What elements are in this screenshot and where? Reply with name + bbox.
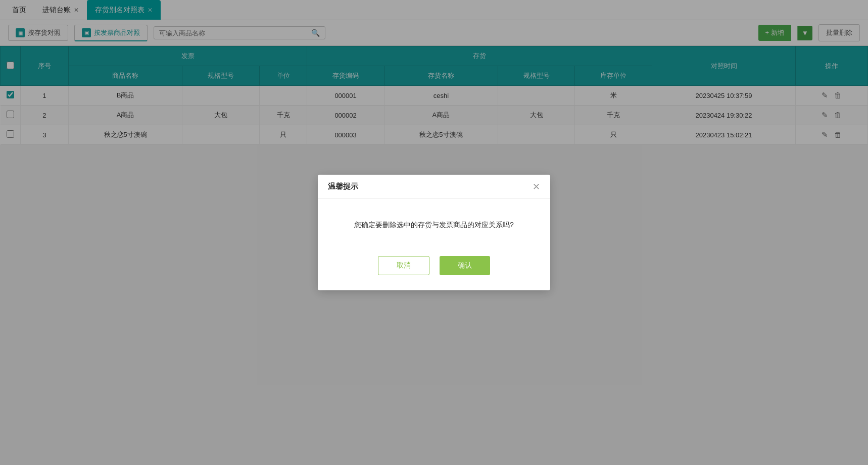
confirm-overlay: 温馨提示 ✕ 您确定要删除选中的存货与发票商品的对应关系吗? 取消 确认 xyxy=(0,0,868,145)
